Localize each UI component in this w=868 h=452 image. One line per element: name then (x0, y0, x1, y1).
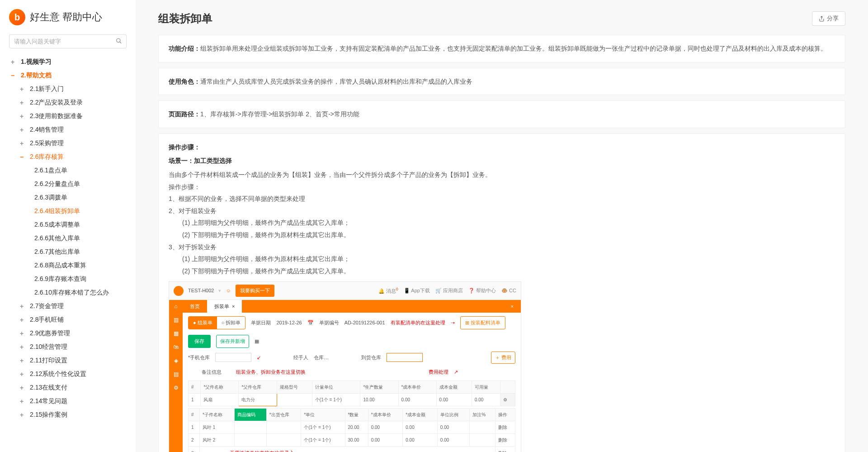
nav-24[interactable]: +2.4销售管理 (9, 123, 127, 137)
doc-icon: ▥ (172, 316, 179, 324)
tab-home: 首页 (183, 300, 207, 313)
nav-263[interactable]: 2.6.3调拨单 (9, 191, 127, 205)
svg-line-1 (120, 42, 122, 43)
search-box (9, 34, 127, 48)
table-row: 2风叶 2个(1个 = 1个)30.000.000.000.00删除 (189, 433, 515, 446)
step2a: (1) 上部明细为父件明细，最终作为产成品生成其它入库单； (169, 217, 835, 229)
nav-215[interactable]: +2.15操作案例 (9, 408, 127, 422)
nav-211[interactable]: +2.11打印设置 (9, 354, 127, 367)
nav-269[interactable]: 2.6.9库存账本查询 (9, 272, 127, 286)
share-button[interactable]: 分享 (812, 11, 845, 26)
step2: 2、对于组装业务 (169, 205, 835, 217)
nav-26[interactable]: −2.6库存核算 (9, 150, 127, 164)
nav-video[interactable]: +1.视频学习 (9, 55, 127, 69)
calendar-icon: 📅 (307, 318, 314, 328)
step3b: (2) 下部明细为子件明细，最终作为产成品生成其它入库单。 (169, 265, 835, 277)
nav-29[interactable]: +2.9优惠券管理 (9, 327, 127, 340)
remark-label: 备注信息 (202, 367, 222, 377)
app-download: 📱 App下载 (404, 286, 430, 295)
sub-header: 操作步骤： (169, 181, 835, 193)
nav-264[interactable]: 2.6.4组装拆卸单 (9, 205, 127, 218)
wh-input (215, 353, 251, 362)
minus-icon: − (18, 153, 25, 161)
save-add-button: 保存并新增 (216, 335, 249, 348)
table-row: 3无需选清单的直接在这里录入删除 (189, 446, 515, 452)
tab-active: 拆装单× (207, 300, 242, 313)
nav-262[interactable]: 2.6.2分量盘点单 (9, 177, 127, 191)
nav-28[interactable]: +2.8手机旺铺 (9, 313, 127, 327)
nav-21[interactable]: +2.1新手入门 (9, 82, 127, 96)
setting-icon: ⚙ (172, 384, 179, 391)
intro-label: 功能介绍： (169, 45, 200, 52)
code-value: AD-20191226-001 (344, 318, 385, 328)
plus-icon: + (18, 316, 25, 324)
type-radio-group: ● 组装单 ○ 拆卸单 (188, 316, 245, 329)
scene1-header: 场景一：加工类型选择 (169, 155, 835, 167)
home-icon: ⌂ (172, 303, 179, 310)
nav-210[interactable]: +2.10经营管理 (9, 340, 127, 354)
nav-213[interactable]: +2.13在线支付 (9, 381, 127, 395)
nav-214[interactable]: +2.14常见问题 (9, 395, 127, 408)
nav-267[interactable]: 2.6.7其他出库单 (9, 245, 127, 259)
path-text: 1、库存核算->库存管理->组装拆卸单 2、首页->常用功能 (200, 110, 359, 118)
fee-button: ＋ 费用 (491, 352, 515, 364)
path-label: 页面路径： (169, 110, 200, 118)
nav-268[interactable]: 2.6.8商品成本重算 (9, 259, 127, 272)
mock-sidebar: ⌂ ▥ ▦ 🛍 ◈ ▤ ⚙ (169, 300, 183, 452)
role-text: 通常由生产人员或库管人员完成拆装业务的操作，库管人员确认原材料的出库和产成品的入… (200, 78, 472, 85)
nav-266[interactable]: 2.6.6其他入库单 (9, 232, 127, 245)
plus-icon: + (18, 330, 25, 337)
radio-assemble: ● 组装单 (189, 317, 217, 329)
steps-card: 操作步骤： 场景一：加工类型选择 当由多个子件材料组装成一个成品的业务为【组装】… (158, 133, 845, 452)
company-name: TEST-H002 (188, 286, 214, 295)
appstore: 🛒 应用商店 (435, 286, 463, 295)
save-button: 保存 (188, 335, 211, 348)
intro-text: 组装拆卸单用来处理企业组装或拆卸等加工业务，支持有固定装配清单的产品加工业务，也… (200, 45, 827, 52)
note-template: 有装配清单的在这里处理 (391, 318, 445, 328)
nav-23[interactable]: +2.3使用前数据准备 (9, 109, 127, 123)
nav-docs[interactable]: −2.帮助文档 (9, 69, 127, 82)
app-logo-icon (174, 286, 184, 296)
plus-icon: + (9, 58, 16, 66)
plus-icon: + (18, 357, 25, 364)
radio-disassemble: ○ 拆卸单 (217, 317, 245, 329)
page-title: 组装拆卸单 (158, 11, 212, 26)
embedded-screenshot: TEST-H002 ▾ ☺ 我要购买一下 🔔 消息0 📱 App下载 🛒 应用商… (169, 281, 521, 452)
scene1-desc: 当由多个子件材料组装成一个成品的业务为【组装】业务，当由一个父件拆分成多个子产品… (169, 169, 835, 181)
plus-icon: + (18, 343, 25, 351)
sidebar: b 好生意 帮助中心 +1.视频学习 −2.帮助文档 +2.1新手入门 +2.2… (0, 0, 136, 452)
nav-27[interactable]: +2.7资金管理 (9, 300, 127, 313)
plus-icon: + (18, 398, 25, 405)
table-row: 1风叶 1个(1个 = 1个)20.000.000.000.00删除 (189, 421, 515, 433)
parent-table: #*父件名称*父件仓库规格型号计量单位*生产数量*成本单价成本金额可用量 1风扇… (188, 381, 515, 406)
minus-icon: − (9, 72, 16, 79)
close-icon: × (232, 302, 235, 311)
close-all-icon: × (504, 300, 521, 313)
search-icon[interactable] (116, 38, 122, 45)
step2b: (2) 下部明细为子件明细，最终作为原材料生成其它出库单。 (169, 229, 835, 241)
nav-25[interactable]: +2.5采购管理 (9, 137, 127, 150)
search-input[interactable] (9, 34, 127, 48)
child-table: #*子件名称商品编码*出货仓库*单位*数量*成本单价*成本金额单位比例加注%操作… (188, 408, 515, 452)
intro-card: 功能介绍：组装拆卸单用来处理企业组装或拆卸等加工业务，支持有固定装配清单的产品加… (158, 35, 845, 62)
msg-link: 🔔 消息0 (378, 285, 398, 296)
help-link: ❓ 帮助中心 (468, 286, 496, 295)
plus-icon: + (18, 303, 25, 310)
note-fee: 费用处理 (429, 367, 448, 377)
trial-button: 我要购买一下 (236, 285, 274, 297)
dest-wh-label: 到货仓库 (361, 353, 381, 362)
cart-icon: 🛍 (172, 343, 179, 351)
plus-icon: + (18, 140, 25, 147)
nav-212[interactable]: +2.12系统个性化设置 (9, 367, 127, 381)
nav-265[interactable]: 2.6.5成本调整单 (9, 218, 127, 232)
steps-header: 操作步骤： (169, 141, 835, 153)
table-row: 1风扇电力分个(1个 = 1个)10.000.000.000.00⚙ (189, 393, 515, 406)
nav-22[interactable]: +2.2产品安装及登录 (9, 96, 127, 109)
date-value: 2019-12-26 (276, 318, 302, 328)
step3a: (1) 上部明细为父件明细，最终作为原材料生成其它出库单； (169, 253, 835, 265)
code-label: 单据编号 (319, 318, 339, 328)
nav-2610[interactable]: 2.6.10库存账本错了怎么办 (9, 286, 127, 300)
note-switch: 组装业务、拆卸业务在这里切换 (236, 367, 306, 377)
nav-261[interactable]: 2.6.1盘点单 (9, 164, 127, 177)
note-direct: 无需选清单的直接在这里录入 (230, 450, 294, 452)
